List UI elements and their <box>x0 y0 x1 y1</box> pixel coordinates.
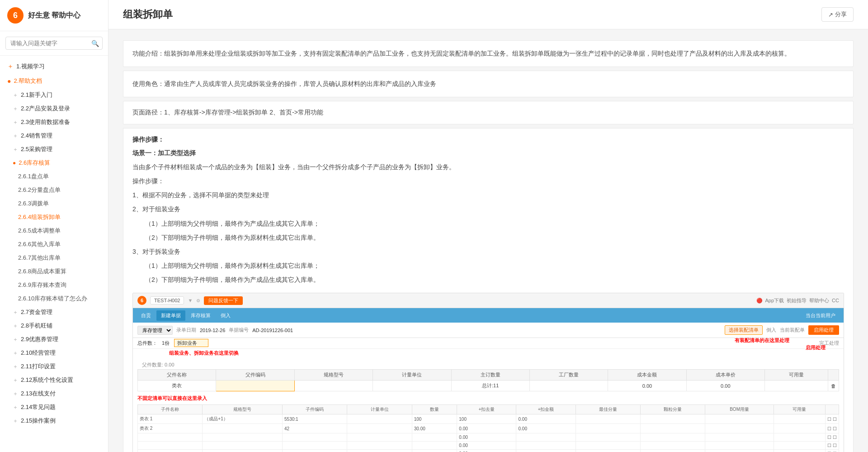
ss-logo: 6 <box>137 296 146 305</box>
step3-sub1: （1）上部明细为父件明细，最终作为原材料生成其它出库单； <box>132 260 844 271</box>
ss-status-box[interactable]: 拆卸业务 <box>174 339 208 347</box>
ss-col-cost: 成本金额 <box>608 370 686 381</box>
path-text: 页面路径：1、库存核算->库存管理->组装拆卸单 2、首页->常用功能 <box>132 109 323 116</box>
share-icon: ↗ <box>828 11 833 18</box>
search-area: 🔍 <box>0 31 108 56</box>
ss-upper-table-area: 父件数量: 0.00 父件名称 父件编码 规格型号 计量单位 主订数量 工厂数量 <box>133 357 844 394</box>
sidebar-item-267[interactable]: 2.6.7其他出库单 <box>0 251 108 265</box>
ss-nav-stock[interactable]: 库存核算 <box>186 310 215 321</box>
intro-text: 功能介绍：组装拆卸单用来处理企业组装或拆卸等加工业务，支持有固定装配清单的产品加… <box>132 50 791 57</box>
expand-icon-sg29: ＋ <box>13 336 18 343</box>
scene1-desc: 当由多个子件材料组装成一个成品的业务为【组装】业务，当由一个父件拆分成多个子产品… <box>132 162 844 173</box>
sidebar-item-coupon[interactable]: ＋ 2.9优惠券管理 <box>0 333 108 346</box>
sidebar-item-faq[interactable]: ＋ 2.14常见问题 <box>0 400 108 414</box>
role-section: 使用角色：通常由生产人员或库管人员完成拆装业务的操作，库管人员确认原材料的出库和… <box>123 71 854 97</box>
sidebar-item-264[interactable]: 2.6.4组装拆卸单 <box>0 210 108 224</box>
ss-col-factory: 工厂数量 <box>529 370 608 381</box>
ss-assembly-btn[interactable]: 选择装配清单 <box>725 325 763 335</box>
logo-icon: 6 <box>7 7 24 24</box>
sidebar-item-262[interactable]: 2.6.2分量盘点单 <box>0 183 108 197</box>
expand-icon-sg28: ＋ <box>13 322 18 330</box>
ss-nav-import[interactable]: 倒入 <box>216 310 235 321</box>
sidebar-item-install[interactable]: ＋ 2.2产品安装及登录 <box>0 102 108 115</box>
sidebar-item-stock[interactable]: ● 2.6库存核算 <box>0 156 108 170</box>
ss-col-unit: 计量单位 <box>373 370 451 381</box>
sidebar-item-operation[interactable]: ＋ 2.10经营管理 <box>0 346 108 360</box>
steps-block: 操作步骤： 场景一：加工类型选择 当由多个子件材料组装成一个成品的业务为【组装】… <box>123 128 854 452</box>
sidebar-item-sales[interactable]: ＋ 2.4销售管理 <box>0 129 108 143</box>
expand-icon-sg211: ＋ <box>13 363 18 371</box>
ss-lower-table: 子件名称 规格型号 子件编码 计量单位 数量 +扣去量 +扣金额 最佳分量 颗粒… <box>137 404 839 452</box>
ss-toolbar: 库存管理 录单日期 2019-12-26 单据编号 AD-20191226-00… <box>133 323 844 338</box>
ss-topbar: 6 TEST-H002 ▼ ⚙ 问题反馈一下 🔴 App下载 初始指导 帮助中心… <box>133 293 844 308</box>
role-text: 使用角色：通常由生产人员或库管人员完成拆装业务的操作，库管人员确认原材料的出库和… <box>132 80 436 87</box>
table-row: 类衣 2 42 30.00 0.00 0.00 <box>138 424 839 433</box>
sidebar-item-263[interactable]: 2.6.3调拨单 <box>0 197 108 210</box>
sidebar-item-269[interactable]: 2.6.9库存账本查询 <box>0 278 108 292</box>
sidebar-item-266[interactable]: 2.6.6其他入库单 <box>0 238 108 251</box>
sidebar-item-261[interactable]: 2.6.1盘点单 <box>0 170 108 183</box>
sidebar-item-payment[interactable]: ＋ 2.13在线支付 <box>0 387 108 400</box>
ss-lower-table-area: 子件名称 规格型号 子件编码 计量单位 数量 +扣去量 +扣金额 最佳分量 颗粒… <box>133 402 844 452</box>
expand-icon-g1: ＋ <box>7 62 14 71</box>
sidebar-item-print[interactable]: ＋ 2.11打印设置 <box>0 360 108 373</box>
path-section: 页面路径：1、库存核算->库存管理->组装拆卸单 2、首页->常用功能 <box>123 101 854 124</box>
sidebar-item-purchase[interactable]: ＋ 2.5采购管理 <box>0 143 108 156</box>
ss-col-spec: 规格型号 <box>294 370 373 381</box>
ss-upper-table: 父件名称 父件编码 规格型号 计量单位 主订数量 工厂数量 成本金额 成本单价 … <box>137 369 839 391</box>
ss-col-ordered: 主订数量 <box>451 370 529 381</box>
annotation-activate: 启用处理 <box>806 344 826 351</box>
annotation-switch: 组装业务、拆卸业务在这里切换 <box>169 350 239 357</box>
search-input[interactable] <box>5 37 103 50</box>
ss-topbar-id: TEST-H002 <box>150 296 184 305</box>
expand-icon-sg21: ＋ <box>13 91 18 99</box>
sidebar-item-data-prep[interactable]: ＋ 2.3使用前数据准备 <box>0 115 108 129</box>
ss-nav-user[interactable]: 当台当前用户 <box>801 310 840 321</box>
ss-nav-new[interactable]: 新建单据 <box>156 310 185 321</box>
steps-title: 操作步骤： <box>132 136 844 144</box>
table-row: 0.00☐ ☐ <box>138 433 839 442</box>
intro-section: 功能介绍：组装拆卸单用来处理企业组装或拆卸等加工业务，支持有固定装配清单的产品加… <box>123 40 854 67</box>
table-row: 类衣 总计:11 0.00 0.00 🗑 <box>138 381 839 391</box>
ss-col-action <box>828 370 839 381</box>
ss-topbar-right: 🔴 App下载 初始指导 帮助中心 CC <box>756 297 839 304</box>
step1: 1、根据不同的业务，选择不同单据的类型来处理 <box>132 190 844 201</box>
ss-upper-label: 父件数量: 0.00 <box>137 360 839 369</box>
app-name: 好生意 帮助中心 <box>28 11 80 20</box>
sidebar-item-268[interactable]: 2.6.8商品成本重算 <box>0 265 108 278</box>
step2: 2、对于组装业务 <box>132 204 844 215</box>
expand-icon-sg212: ＋ <box>13 376 18 384</box>
sidebar-item-newuser[interactable]: ＋ 2.1新手入门 <box>0 88 108 102</box>
screenshot-container: 6 TEST-H002 ▼ ⚙ 问题反馈一下 🔴 App下载 初始指导 帮助中心… <box>132 293 844 452</box>
sidebar-item-finance[interactable]: ＋ 2.7资金管理 <box>0 305 108 319</box>
share-button[interactable]: ↗ 分享 <box>821 7 854 22</box>
search-icon: 🔍 <box>91 40 99 47</box>
step3-sub2: （2）下部明细为子件明细，最终作为产成品生成其它入库单。 <box>132 274 844 285</box>
expand-icon-sg27: ＋ <box>13 309 18 316</box>
ss-col-parent-name: 父件名称 <box>138 370 216 381</box>
sidebar-item-cases[interactable]: ＋ 2.15操作案例 <box>0 414 108 428</box>
scene1-title: 场景一：加工类型选择 <box>132 147 844 159</box>
steps-label: 操作步骤： <box>132 176 844 187</box>
annotation-assembly: 有装配清单的在这里处理 <box>735 337 789 344</box>
sidebar-item-docs[interactable]: ● 2.帮助文档 <box>0 74 108 88</box>
step2-sub2: （2）下部明细为子件明细，最终作为原材料生成其它出库单。 <box>132 232 844 243</box>
expand-icon-sg23: ＋ <box>13 119 18 126</box>
page-title: 组装拆卸单 <box>123 8 173 21</box>
sidebar-item-video[interactable]: ＋ 1.视频学习 <box>0 59 108 74</box>
article-body: 功能介绍：组装拆卸单用来处理企业组装或拆卸等加工业务，支持有固定装配清单的产品加… <box>108 29 868 452</box>
ss-nav-home[interactable]: 自贡 <box>137 310 156 321</box>
expand-icon-sg25: ＋ <box>13 146 18 153</box>
sidebar-item-settings[interactable]: ＋ 2.12系统个性化设置 <box>0 373 108 387</box>
ss-type-select[interactable]: 库存管理 <box>137 326 173 335</box>
sidebar: 6 好生意 帮助中心 🔍 ＋ 1.视频学习 ● 2.帮助文档 ＋ 2.1新手入门… <box>0 0 108 452</box>
ss-topbar-feedback-btn[interactable]: 问题反馈一下 <box>204 296 243 305</box>
main-header: 组装拆卸单 ↗ 分享 <box>108 0 868 29</box>
ss-activate-btn[interactable]: 启用处理 <box>808 325 839 335</box>
sidebar-nav: ＋ 1.视频学习 ● 2.帮助文档 ＋ 2.1新手入门 ＋ 2.2产品安装及登录… <box>0 56 108 452</box>
ss-col-unit-cost: 成本单价 <box>686 370 764 381</box>
sidebar-item-mobile[interactable]: ＋ 2.8手机旺铺 <box>0 319 108 333</box>
sidebar-item-265[interactable]: 2.6.5成本调整单 <box>0 224 108 238</box>
sidebar-item-2610[interactable]: 2.6.10库存账本错了怎么办 <box>0 292 108 305</box>
collapse-icon-g2: ● <box>7 77 11 85</box>
